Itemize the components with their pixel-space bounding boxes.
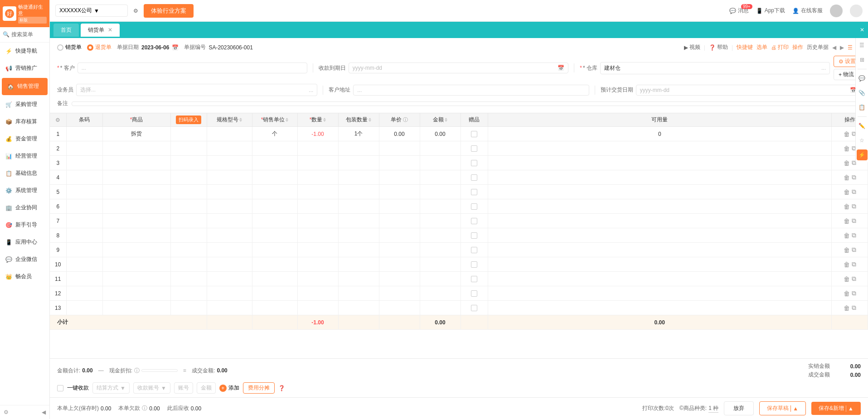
delete-row-btn[interactable]: 🗑	[844, 174, 850, 181]
amount-value-input[interactable]: 金额	[197, 382, 216, 394]
cell-barcode[interactable]	[66, 243, 102, 257]
radio-return[interactable]: 退货单	[87, 43, 112, 51]
copy-row-btn[interactable]: ⧉	[852, 202, 856, 210]
copy-row-btn[interactable]: ⧉	[852, 173, 856, 181]
table-gear-icon[interactable]: ⚙	[55, 117, 60, 123]
gift-checkbox[interactable]	[471, 261, 477, 268]
delete-row-btn[interactable]: 🗑	[844, 275, 850, 283]
delete-row-btn[interactable]: 🗑	[844, 246, 850, 254]
search-menu[interactable]: 🔍 搜索菜单	[0, 27, 49, 43]
calendar-icon[interactable]: 📅	[172, 44, 179, 51]
cell-barcode[interactable]	[66, 156, 102, 170]
cell-product[interactable]	[102, 156, 170, 170]
cell-qty[interactable]	[297, 301, 338, 315]
cell-amount[interactable]	[420, 170, 461, 185]
cell-product[interactable]	[102, 301, 170, 315]
cell-spec[interactable]	[207, 170, 252, 185]
cell-amount[interactable]	[420, 301, 461, 315]
delete-row-btn[interactable]: 🗑	[844, 188, 850, 196]
cell-unit[interactable]	[252, 141, 297, 156]
cell-spec[interactable]	[207, 199, 252, 214]
gift-checkbox[interactable]	[471, 247, 477, 253]
cell-qty[interactable]	[297, 272, 338, 286]
cell-price[interactable]: 0.00	[379, 127, 420, 141]
message-btn[interactable]: 💬 消息 99+	[729, 7, 749, 14]
gift-checkbox[interactable]	[471, 174, 477, 181]
list-view-icon[interactable]: ☰	[848, 44, 853, 51]
cell-unit[interactable]	[252, 272, 297, 286]
delete-row-btn[interactable]: 🗑	[844, 261, 850, 268]
cell-spec[interactable]	[207, 286, 252, 301]
rs-attachment[interactable]: 📎	[857, 87, 868, 98]
gift-checkbox[interactable]	[471, 131, 477, 137]
cell-amount[interactable]	[420, 286, 461, 301]
cell-barcode[interactable]	[66, 127, 102, 141]
cell-unit[interactable]	[252, 257, 297, 272]
quick-pay-checkbox[interactable]	[57, 385, 63, 391]
cell-product[interactable]	[102, 257, 170, 272]
rs-star[interactable]: ☆	[857, 135, 868, 146]
cell-qty[interactable]	[297, 156, 338, 170]
cell-qty[interactable]: -1.00	[297, 127, 338, 141]
abandon-button[interactable]: 放弃	[724, 401, 754, 415]
sidebar-item-marketing[interactable]: 📢 营销推广	[0, 60, 49, 77]
sidebar-item-inventory[interactable]: 📦 库存核算	[0, 113, 49, 130]
cell-product[interactable]	[102, 272, 170, 286]
select-btn[interactable]: 选单	[756, 43, 767, 51]
cell-price[interactable]	[379, 301, 420, 315]
due-date-input[interactable]: yyyy-mm-dd 📅	[349, 63, 569, 73]
cell-qty[interactable]	[297, 228, 338, 243]
prev-icon[interactable]: ◀	[832, 44, 836, 51]
tab-sales-order[interactable]: 销货单 ✕	[81, 24, 120, 37]
history-btn[interactable]: 历史单据	[807, 43, 829, 51]
rs-log[interactable]: 📋	[857, 102, 868, 113]
cell-amount[interactable]	[420, 228, 461, 243]
rs-table-view[interactable]: ☰	[857, 40, 868, 51]
delete-row-btn[interactable]: 🗑	[844, 159, 850, 167]
cell-price[interactable]	[379, 170, 420, 185]
cell-spec[interactable]	[207, 185, 252, 199]
cell-product[interactable]	[102, 170, 170, 185]
cell-amount[interactable]	[420, 199, 461, 214]
rs-card-view[interactable]: ⊞	[857, 54, 868, 65]
copy-row-btn[interactable]: ⧉	[852, 260, 856, 268]
cell-unit[interactable]	[252, 156, 297, 170]
user-avatar2[interactable]	[850, 5, 863, 17]
product-type-select[interactable]: 1 种	[708, 405, 718, 413]
radio-sales[interactable]: 销货单	[57, 43, 82, 51]
sidebar-item-app-center[interactable]: 📱 应用中心	[0, 234, 49, 251]
cell-qty[interactable]	[297, 286, 338, 301]
delete-row-btn[interactable]: 🗑	[844, 304, 850, 312]
delete-row-btn[interactable]: 🗑	[844, 290, 850, 297]
cell-price[interactable]	[379, 214, 420, 228]
cell-price[interactable]	[379, 243, 420, 257]
salesperson-input[interactable]: 选择... ...	[76, 84, 317, 96]
settlement-select[interactable]: 结算方式 ▼	[92, 382, 130, 394]
delete-row-btn[interactable]: 🗑	[844, 232, 850, 239]
cell-barcode[interactable]	[66, 214, 102, 228]
cash-discount-input[interactable]	[141, 369, 178, 372]
rs-edit[interactable]: ✏️	[857, 120, 868, 131]
cell-spec[interactable]	[207, 228, 252, 243]
cell-pkg-qty[interactable]: 1个	[338, 127, 379, 141]
help-btn[interactable]: ❓ 帮助	[709, 43, 728, 51]
shortcut-btn[interactable]: 快捷键	[737, 43, 753, 51]
cell-spec[interactable]	[207, 272, 252, 286]
cell-spec[interactable]	[207, 301, 252, 315]
sidebar-item-purchase[interactable]: 🛒 采购管理	[0, 96, 49, 113]
cell-qty[interactable]	[297, 199, 338, 214]
app-download-btn[interactable]: 📱 App下载	[756, 7, 785, 14]
cell-pkg-qty[interactable]	[338, 156, 379, 170]
cell-qty[interactable]	[297, 170, 338, 185]
cell-product[interactable]	[102, 286, 170, 301]
cell-amount[interactable]	[420, 141, 461, 156]
cell-price[interactable]	[379, 199, 420, 214]
cell-spec[interactable]	[207, 141, 252, 156]
cell-price[interactable]	[379, 156, 420, 170]
cell-product[interactable]	[102, 228, 170, 243]
sidebar-item-quick-nav[interactable]: ⚡ 快捷导航	[0, 43, 49, 60]
save-draft-button[interactable]: 保存草稿 ▲	[759, 401, 806, 415]
cell-amount[interactable]	[420, 156, 461, 170]
rs-action[interactable]: ⚡	[857, 149, 868, 160]
tab-home[interactable]: 首页	[53, 24, 79, 37]
